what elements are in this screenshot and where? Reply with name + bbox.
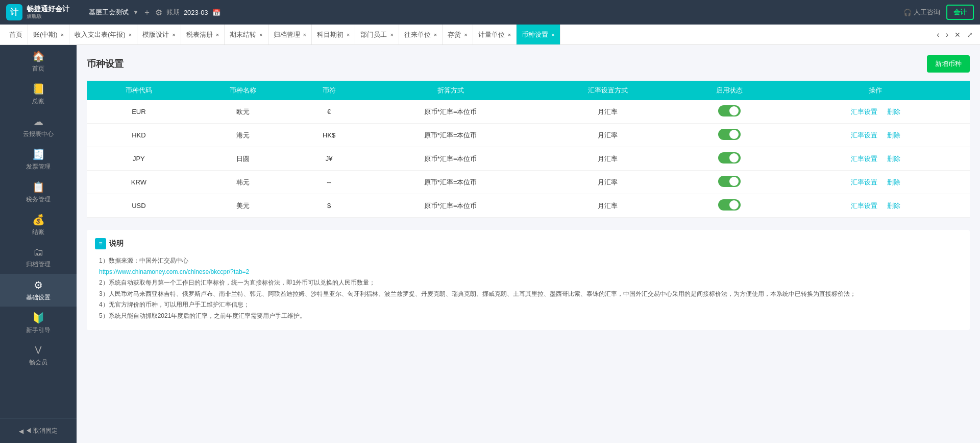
- cell-rate-type: 月汇率: [538, 194, 677, 218]
- delete-link-KRW[interactable]: 删除: [887, 178, 900, 186]
- notes-item-1: https://www.chinamoney.com.cn/chinese/bk…: [95, 267, 962, 278]
- currency-table: 币种代码币种名称币符折算方式汇率设置方式启用状态操作 EUR欧元€原币*汇率=本…: [87, 81, 970, 218]
- rate-setting-link-KRW[interactable]: 汇率设置: [851, 178, 877, 186]
- sidebar-item-checkout[interactable]: 💰 结账: [0, 208, 77, 241]
- tab-prev-btn[interactable]: ‹: [934, 30, 942, 39]
- tab-label: 首页: [9, 30, 22, 39]
- rate-setting-link-JPY[interactable]: 汇率设置: [851, 155, 877, 162]
- tab-close-icon[interactable]: ×: [216, 32, 219, 38]
- invoice-icon: 🧾: [32, 148, 45, 160]
- tab-label: 存货: [448, 30, 461, 39]
- headset-icon: 🎧: [903, 9, 912, 16]
- cell-code: EUR: [87, 100, 191, 124]
- sidebar-item-home[interactable]: 🏠 首页: [0, 45, 77, 78]
- tab-close-all-btn[interactable]: ✕: [951, 31, 964, 39]
- pin-label: ◀ 取消固定: [26, 427, 58, 435]
- notes-link[interactable]: https://www.chinamoney.com.cn/chinese/bk…: [99, 268, 249, 275]
- reports-icon: ☁: [33, 115, 43, 128]
- tab-item-----[interactable]: 科目期初×: [312, 25, 355, 45]
- workspace-settings-icon[interactable]: ⚙: [155, 8, 162, 17]
- sidebar-item-settings[interactable]: ⚙ 基础设置: [0, 274, 77, 307]
- tab-close-icon[interactable]: ×: [347, 32, 350, 38]
- tab-item---[interactable]: 首页: [4, 25, 28, 45]
- customer-service-btn[interactable]: 🎧 人工咨询: [903, 8, 940, 17]
- ledger-icon: 📒: [32, 83, 45, 95]
- cell-actions: 汇率设置 删除: [781, 100, 970, 124]
- toggle-switch-JPY[interactable]: [718, 152, 741, 164]
- cell-rate-type: 月汇率: [538, 124, 677, 147]
- toggle-switch-EUR[interactable]: [718, 105, 741, 116]
- tab-item------[interactable]: 账(中期)×: [28, 25, 69, 45]
- tab-close-icon[interactable]: ×: [259, 32, 262, 38]
- tab-close-icon[interactable]: ×: [303, 32, 306, 38]
- toggle-thumb: [729, 130, 739, 139]
- tab-close-icon[interactable]: ×: [464, 32, 467, 38]
- sidebar-item-label: 畅会员: [29, 358, 47, 367]
- top-header: 计 畅捷通好会计 旗舰版 基层工会测试 ▼ ＋ ⚙ 账期 2023-03 📅 🎧…: [0, 0, 980, 25]
- tab-resize-btn[interactable]: ⤢: [964, 31, 976, 39]
- tab-item-----[interactable]: 税表清册×: [181, 25, 225, 45]
- cell-status: [677, 124, 781, 147]
- toggle-track: [718, 199, 741, 211]
- tab-item---[interactable]: 存货×: [443, 25, 473, 45]
- toggle-switch-HKD[interactable]: [718, 129, 741, 140]
- logo-area: 计 畅捷通好会计 旗舰版: [6, 4, 83, 20]
- tab-close-icon[interactable]: ×: [508, 32, 511, 38]
- delete-link-EUR[interactable]: 删除: [887, 108, 900, 115]
- tab-close-icon[interactable]: ×: [551, 32, 554, 38]
- delete-link-USD[interactable]: 删除: [887, 202, 900, 209]
- cell-code: USD: [87, 194, 191, 218]
- workspace-area: 基层工会测试 ▼ ＋ ⚙ 账期 2023-03 📅: [83, 7, 903, 18]
- cell-calc: 原币*汇率=本位币: [363, 171, 538, 194]
- calendar-icon[interactable]: 📅: [212, 9, 220, 16]
- content-area: 币种设置 新增币种 币种代码币种名称币符折算方式汇率设置方式启用状态操作 EUR…: [77, 45, 980, 443]
- tab-item-----[interactable]: 期末结转×: [225, 25, 268, 45]
- sidebar-item-tax[interactable]: 📋 税务管理: [0, 176, 77, 208]
- tab-close-icon[interactable]: ×: [434, 32, 437, 38]
- sidebar-item-archive[interactable]: 🗂 归档管理: [0, 241, 77, 274]
- page-title-row: 币种设置 新增币种: [87, 55, 970, 73]
- cell-actions: 汇率设置 删除: [781, 124, 970, 147]
- tab-close-icon[interactable]: ×: [61, 32, 64, 38]
- tab-item-----[interactable]: 模版设计×: [137, 25, 181, 45]
- workspace-add-icon[interactable]: ＋: [143, 7, 151, 18]
- delete-link-JPY[interactable]: 删除: [887, 155, 900, 162]
- tab-item-----[interactable]: 归档管理×: [268, 25, 312, 45]
- logo-icon: 计: [6, 4, 22, 20]
- toggle-switch-USD[interactable]: [718, 199, 741, 211]
- table-header-row: 币种代码币种名称币符折算方式汇率设置方式启用状态操作: [87, 81, 970, 100]
- tab-next-btn[interactable]: ›: [943, 30, 951, 39]
- rate-setting-link-HKD[interactable]: 汇率设置: [851, 131, 877, 139]
- new-currency-button[interactable]: 新增币种: [927, 55, 970, 73]
- cell-calc: 原币*汇率=本位币: [363, 124, 538, 147]
- tab-close-icon[interactable]: ×: [129, 32, 132, 38]
- sidebar-item-reports[interactable]: ☁ 云报表中心: [0, 110, 77, 143]
- delete-link-HKD[interactable]: 删除: [887, 131, 900, 139]
- iam-button[interactable]: 会计: [946, 5, 974, 20]
- sidebar-item-ledger[interactable]: 📒 总账: [0, 78, 77, 110]
- sidebar-pin-toggle[interactable]: ◀ ◀ 取消固定: [0, 418, 77, 443]
- sidebar-item-invoice[interactable]: 🧾 发票管理: [0, 143, 77, 176]
- tab-item-----[interactable]: 币种设置×: [517, 25, 560, 45]
- sidebar-item-label: 基础设置: [26, 293, 51, 302]
- tab-close-icon[interactable]: ×: [172, 32, 175, 38]
- sidebar-item-member[interactable]: V 畅会员: [0, 339, 77, 372]
- tab-item----------[interactable]: 收入支出表(年报)×: [69, 25, 137, 45]
- tab-item-----[interactable]: 往来单位×: [399, 25, 443, 45]
- tab-label: 部门员工: [360, 30, 387, 39]
- tab-item-----[interactable]: 部门员工×: [355, 25, 399, 45]
- rate-setting-link-EUR[interactable]: 汇率设置: [851, 108, 877, 115]
- tab-item-----[interactable]: 计量单位×: [473, 25, 517, 45]
- checkout-icon: 💰: [32, 214, 45, 226]
- toggle-switch-KRW[interactable]: [718, 176, 741, 187]
- sidebar-item-newbie[interactable]: 🔰 新手引导: [0, 307, 77, 339]
- cell-name: 美元: [191, 194, 295, 218]
- cell-rate-type: 月汇率: [538, 171, 677, 194]
- sidebar-item-label: 归档管理: [26, 260, 51, 269]
- rate-setting-link-USD[interactable]: 汇率设置: [851, 202, 877, 209]
- tab-close-icon[interactable]: ×: [390, 32, 393, 38]
- archive-icon: 🗂: [33, 246, 43, 258]
- workspace-dropdown-icon[interactable]: ▼: [133, 9, 139, 16]
- table-row: JPY日圆J¥原币*汇率=本位币月汇率 汇率设置 删除: [87, 147, 970, 171]
- col-header-币种代码: 币种代码: [87, 81, 191, 100]
